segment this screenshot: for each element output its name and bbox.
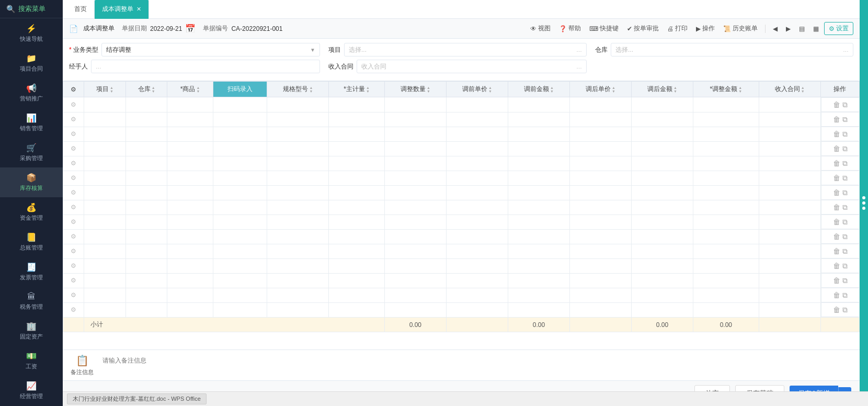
cell-scan-13[interactable] [213,273,267,288]
cell-income-2[interactable] [759,112,820,127]
cell-income-11[interactable] [759,244,820,258]
cell-amount_before-12[interactable] [508,258,569,273]
cell-goods-4[interactable] [167,141,213,156]
cell-project-6[interactable] [84,171,126,185]
cell-amount_before-1[interactable] [508,97,569,112]
sidebar-item-sales-mgmt[interactable]: 📊销售管理 [0,108,63,138]
cell-spec-5[interactable] [267,156,329,171]
cell-unit-10[interactable] [329,229,384,244]
cell-spec-8[interactable] [267,200,329,215]
cell-spec-13[interactable] [267,273,329,288]
cell-spec-1[interactable] [267,97,329,112]
layout-table-btn[interactable]: ▦ [810,24,822,33]
cell-amount_after-6[interactable] [632,171,693,185]
cell-unit-11[interactable] [329,244,384,258]
cell-amount_before-13[interactable] [508,273,569,288]
row-settings-10[interactable]: ⚙ [63,229,84,244]
cell-spec-15[interactable] [267,302,329,318]
cell-goods-10[interactable] [167,229,213,244]
cell-adjust-1[interactable] [693,97,759,112]
row-settings-12[interactable]: ⚙ [63,258,84,273]
cell-amount_after-5[interactable] [632,156,693,171]
cell-amount_before-5[interactable] [508,156,569,171]
delete-icon-15[interactable]: 🗑 [833,306,840,314]
cell-qty-9[interactable] [384,215,446,229]
cell-adjust-12[interactable] [693,258,759,273]
cell-scan-5[interactable] [213,156,267,171]
cell-project-15[interactable] [84,302,126,318]
delete-icon-1[interactable]: 🗑 [833,100,840,109]
cell-amount_after-4[interactable] [632,141,693,156]
col-amount_before[interactable]: 调前金额▲▼ [508,82,569,97]
sidebar-search[interactable]: 🔍 搜索菜单 [0,0,63,18]
cell-amount_after-7[interactable] [632,185,693,200]
cell-amount_after-2[interactable] [632,112,693,127]
project-value[interactable]: 选择... … [344,43,587,57]
cell-qty-6[interactable] [384,171,446,185]
cell-spec-7[interactable] [267,185,329,200]
cell-scan-2[interactable] [213,112,267,127]
business-type-value[interactable]: 结存调整 ▼ [101,43,320,57]
cell-scan-3[interactable] [213,127,267,141]
row-settings-6[interactable]: ⚙ [63,171,84,185]
cell-adjust-3[interactable] [693,127,759,141]
cell-income-5[interactable] [759,156,820,171]
sidebar-item-funds-mgmt[interactable]: 💰资金管理 [0,197,63,227]
cell-amount_before-10[interactable] [508,229,569,244]
row-settings-5[interactable]: ⚙ [63,156,84,171]
cell-qty-4[interactable] [384,141,446,156]
cell-amount_after-14[interactable] [632,288,693,302]
sort-icon-income[interactable]: ▲▼ [801,86,805,93]
row-settings-3[interactable]: ⚙ [63,127,84,141]
cell-scan-9[interactable] [213,215,267,229]
cell-amount_after-8[interactable] [632,200,693,215]
cell-amount_after-9[interactable] [632,215,693,229]
cell-unit-1[interactable] [329,97,384,112]
cell-spec-9[interactable] [267,215,329,229]
cell-income-7[interactable] [759,185,820,200]
settings-btn[interactable]: ⚙ 设置 [824,22,853,35]
nav-prev-btn[interactable]: ◀ [770,24,781,33]
cell-project-14[interactable] [84,288,126,302]
approve-btn[interactable]: ✔按单审批 [624,23,662,34]
shortcut-btn[interactable]: ⌨快捷键 [586,23,622,34]
cell-adjust-8[interactable] [693,200,759,215]
cell-unit-9[interactable] [329,215,384,229]
cell-unit-14[interactable] [329,288,384,302]
sidebar-item-fixed-assets[interactable]: 🏢固定资产 [0,316,63,346]
cell-adjust-15[interactable] [693,302,759,318]
copy-icon-5[interactable]: ⧉ [842,159,848,168]
cell-unit-2[interactable] [329,112,384,127]
cell-warehouse-12[interactable] [125,258,167,273]
cell-adjust-14[interactable] [693,288,759,302]
sidebar-item-payroll[interactable]: 💵工资 [0,346,63,376]
cell-amount_after-13[interactable] [632,273,693,288]
cell-income-12[interactable] [759,258,820,273]
copy-icon-2[interactable]: ⧉ [842,115,848,124]
sort-icon-spec[interactable]: ▲▼ [309,86,313,93]
copy-icon-12[interactable]: ⧉ [842,262,848,270]
cell-price_before-2[interactable] [446,112,508,127]
cell-scan-11[interactable] [213,244,267,258]
cell-price_before-5[interactable] [446,156,508,171]
print-btn[interactable]: 🖨打印 [664,23,691,34]
cell-spec-2[interactable] [267,112,329,127]
cell-income-3[interactable] [759,127,820,141]
cell-unit-13[interactable] [329,273,384,288]
cell-warehouse-15[interactable] [125,302,167,318]
cell-project-12[interactable] [84,258,126,273]
delete-icon-11[interactable]: 🗑 [833,247,840,255]
cell-price_before-8[interactable] [446,200,508,215]
cell-spec-10[interactable] [267,229,329,244]
copy-icon-10[interactable]: ⧉ [842,232,848,241]
delete-icon-13[interactable]: 🗑 [833,276,840,285]
cell-scan-15[interactable] [213,302,267,318]
cell-spec-6[interactable] [267,171,329,185]
cell-spec-12[interactable] [267,258,329,273]
cell-price_before-10[interactable] [446,229,508,244]
copy-icon-8[interactable]: ⧉ [842,203,848,212]
cell-qty-5[interactable] [384,156,446,171]
row-settings-15[interactable]: ⚙ [63,302,84,318]
cell-goods-2[interactable] [167,112,213,127]
cell-project-1[interactable] [84,97,126,112]
